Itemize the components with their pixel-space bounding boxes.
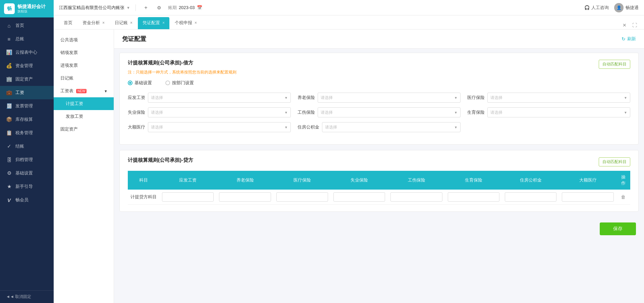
- tab-funds-close[interactable]: ×: [102, 20, 105, 25]
- sidebar-item-label: 结账: [15, 143, 24, 149]
- sidebar-item-salary[interactable]: 💼 工资: [0, 86, 54, 99]
- debit-section-header-left: 计提核算规则(公司承担)-借方 注：只能选择一种方式，系统将按照您当前的选择来配…: [128, 60, 599, 80]
- left-menu-salary-table-label: 工资表: [60, 88, 73, 94]
- tab-funds-label: 资金分析: [83, 20, 100, 26]
- left-menu-purchase-invoice[interactable]: 进项发票: [54, 59, 114, 72]
- left-menu-sales-invoice[interactable]: 销项发票: [54, 46, 114, 59]
- save-button[interactable]: 保存: [600, 222, 636, 235]
- add-company-button[interactable]: +: [141, 3, 151, 12]
- calendar-icon[interactable]: 📅: [197, 5, 202, 10]
- left-menu-pay-salary[interactable]: 发放工资: [54, 110, 114, 123]
- sidebar-item-assets[interactable]: 🏢 固定资产: [0, 72, 54, 86]
- sidebar-item-guide[interactable]: ★ 新手引导: [0, 180, 54, 193]
- left-menu-fixed-assets-label: 固定资产: [60, 126, 78, 132]
- sidebar-item-member[interactable]: V 畅会员: [0, 193, 54, 207]
- sidebar-item-invoice[interactable]: 🧾 发票管理: [0, 99, 54, 113]
- sidebar-item-label: 畅会员: [15, 197, 29, 203]
- row-unemployment-input-cell: [331, 190, 388, 205]
- big-medical-select[interactable]: 请选择 ▼: [148, 122, 291, 132]
- sidebar-item-ledger[interactable]: ≡ 总账: [0, 32, 54, 46]
- refresh-button[interactable]: ↻ 刷新: [622, 36, 636, 42]
- row-subject-label: 计提贷方科目: [128, 190, 159, 205]
- row-pension-input[interactable]: [219, 192, 271, 202]
- row-big-medical-input[interactable]: [562, 192, 613, 202]
- left-menu-calc-salary[interactable]: 计提工资: [54, 97, 114, 110]
- row-work-injury-input[interactable]: [390, 192, 442, 202]
- apply-salary-label: 应发工资: [128, 95, 145, 101]
- field-work-injury: 工伤保险 请选择 ▼: [298, 107, 461, 117]
- credit-section-title: 计提核算规则(公司承担)-贷方: [128, 157, 193, 163]
- app-name: 畅捷通好会计: [17, 4, 46, 9]
- debit-form-grid: 应发工资 请选择 ▼ 养老保险 请选择 ▼ 医疗: [128, 93, 630, 132]
- user-menu[interactable]: 👤 畅捷通: [614, 3, 639, 12]
- left-menu-public[interactable]: 公共选项: [54, 34, 114, 46]
- sidebar-item-funds[interactable]: 💰 资金管理: [0, 59, 54, 72]
- close-all-tabs-button[interactable]: ✕: [621, 21, 629, 29]
- company-selector[interactable]: 江西服宝精品有限责任公司内账张 ▼: [59, 5, 130, 11]
- col-apply-salary: 应发工资: [159, 171, 216, 190]
- housing-fund-select[interactable]: 请选择 ▼: [322, 122, 461, 132]
- sidebar-item-archive[interactable]: 🗄 归档管理: [0, 153, 54, 166]
- pension-placeholder: 请选择: [321, 95, 333, 101]
- unemployment-select[interactable]: 请选择 ▼: [148, 107, 291, 117]
- sidebar-item-inventory[interactable]: 📦 库存核算: [0, 113, 54, 126]
- work-injury-select[interactable]: 请选择 ▼: [318, 107, 461, 117]
- settings-gear-button[interactable]: ⚙: [155, 3, 164, 12]
- row-housing-fund-input[interactable]: [505, 192, 556, 202]
- sidebar-bottom-label: ◄◄ 取消固定: [6, 294, 31, 300]
- tab-voucher[interactable]: 凭证配置 ×: [138, 17, 169, 29]
- tab-voucher-close[interactable]: ×: [162, 20, 165, 25]
- debit-auto-match-button[interactable]: 自动匹配科目: [599, 60, 630, 69]
- delete-row-button[interactable]: 🗑: [621, 194, 626, 200]
- maximize-button[interactable]: ⛶: [631, 21, 639, 29]
- radio-department[interactable]: 按部门设置: [165, 80, 194, 86]
- sidebar-item-label: 新手引导: [15, 184, 33, 190]
- row-unemployment-input[interactable]: [333, 192, 385, 202]
- period-label: 账期: [168, 5, 177, 11]
- page-header: 凭证配置 ↻ 刷新: [114, 30, 644, 49]
- maternity-select[interactable]: 请选择 ▼: [487, 107, 630, 117]
- left-menu-salary-table[interactable]: 工资表 NEW ▾: [54, 85, 114, 97]
- big-medical-placeholder: 请选择: [151, 124, 163, 130]
- refresh-icon: ↻: [622, 36, 626, 42]
- tab-journal-close[interactable]: ×: [130, 20, 132, 25]
- sidebar-item-home[interactable]: ⌂ 首页: [0, 19, 54, 32]
- app-version: 旗舰版: [17, 9, 46, 14]
- col-pension: 养老保险: [216, 171, 273, 190]
- tab-tax[interactable]: 个税申报 ×: [170, 17, 202, 29]
- tab-journal[interactable]: 日记账 ×: [110, 17, 137, 29]
- tab-tax-close[interactable]: ×: [195, 20, 197, 25]
- sidebar-item-label: 首页: [15, 22, 24, 29]
- sidebar-item-settle[interactable]: ✓ 结账: [0, 140, 54, 153]
- radio-basic[interactable]: 基础设置: [128, 80, 152, 86]
- left-menu-fixed-assets[interactable]: 固定资产: [54, 123, 114, 136]
- sidebar-nav: ⌂ 首页 ≡ 总账 📊 云报表中心 💰 资金管理 🏢 固定资产 💼 工资 🧾 发…: [0, 17, 54, 290]
- sidebar-item-reports[interactable]: 📊 云报表中心: [0, 46, 54, 59]
- tab-funds[interactable]: 资金分析 ×: [78, 17, 109, 29]
- salary-icon: 💼: [6, 90, 12, 96]
- medical-select[interactable]: 请选择 ▼: [487, 93, 630, 103]
- save-section: 保存: [114, 217, 644, 241]
- sidebar: 畅 畅捷通好会计 旗舰版 ⌂ 首页 ≡ 总账 📊 云报表中心 💰 资金管理 🏢 …: [0, 0, 54, 303]
- right-content: 凭证配置 ↻ 刷新 计提核算规则(公司承担)-借方 注：只能选择一种方式，系统将…: [114, 30, 644, 303]
- left-menu-journal[interactable]: 日记账: [54, 72, 114, 85]
- service-button[interactable]: 🎧 人工咨询: [584, 5, 609, 11]
- tab-home[interactable]: 首页: [59, 17, 77, 29]
- credit-auto-match-button[interactable]: 自动匹配科目: [599, 157, 630, 166]
- field-housing-fund: 住房公积金 请选择 ▼: [298, 122, 461, 132]
- period-value: 2023-03: [179, 5, 195, 10]
- col-big-medical: 大额医疗: [559, 171, 616, 190]
- sidebar-item-tax[interactable]: 📋 税务管理: [0, 126, 54, 140]
- row-medical-input[interactable]: [276, 192, 328, 202]
- credit-table-section: 科目 应发工资 养老保险 医疗保险 失业保险 工伤保险 生育保险 住房公积金 大…: [128, 171, 630, 205]
- pension-select[interactable]: 请选择 ▼: [318, 93, 461, 103]
- sidebar-logo[interactable]: 畅 畅捷通好会计 旗舰版: [0, 0, 54, 17]
- sidebar-item-settings[interactable]: ⚙ 基础设置: [0, 166, 54, 180]
- sidebar-unpin[interactable]: ◄◄ 取消固定: [0, 290, 54, 303]
- row-apply-salary-input[interactable]: [162, 192, 214, 202]
- sidebar-item-label: 固定资产: [15, 76, 33, 82]
- row-maternity-input[interactable]: [448, 192, 499, 202]
- headset-icon: 🎧: [584, 5, 590, 10]
- logo-icon: 畅: [4, 3, 15, 14]
- apply-salary-select[interactable]: 请选择 ▼: [148, 93, 291, 103]
